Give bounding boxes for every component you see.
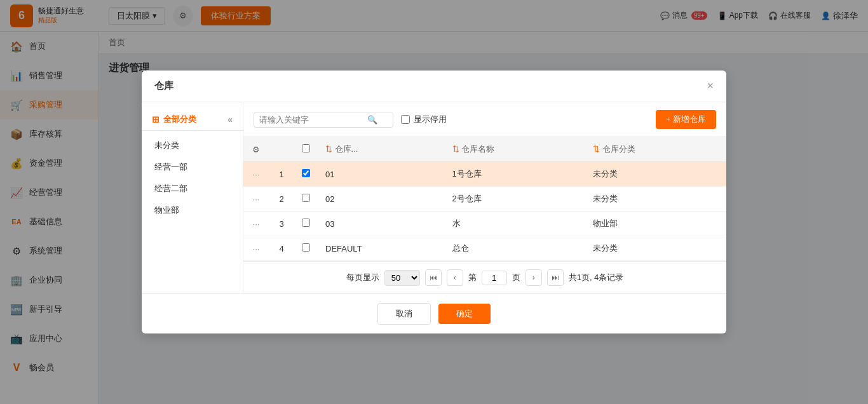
modal-footer: 取消 确定 (142, 293, 726, 333)
select-all-checkbox[interactable] (302, 144, 310, 152)
row-code: 03 (318, 212, 445, 236)
category-item-uncat[interactable]: 未分类 (142, 135, 243, 156)
warehouse-modal: 仓库 × ⊞ 全部分类 « 未分类 经营一部 经营二部 物业部 (142, 71, 726, 333)
modal-pagination: 每页显示 20 50 100 ⏮ ‹ 第 页 › ⏭ 共1页, 4条记录 (243, 261, 726, 293)
row-name: 1号仓库 (445, 162, 586, 187)
row-checkbox[interactable] (294, 212, 318, 236)
modal-title: 仓库 (154, 80, 173, 92)
row-name: 总仓 (445, 236, 586, 261)
action-dots-icon[interactable]: ··· (253, 219, 260, 229)
row-action[interactable]: ··· (243, 187, 269, 212)
sort-icon: ⇅ (325, 144, 332, 154)
search-icon[interactable]: 🔍 (367, 115, 377, 125)
table-row[interactable]: ··· 4 DEFAULT 总仓 未分类 (243, 236, 726, 261)
add-warehouse-button[interactable]: + 新增仓库 (656, 110, 716, 129)
sort-icon: ⇅ (452, 144, 459, 154)
show-disabled-label: 显示停用 (414, 114, 447, 125)
th-code: ⇅ 仓库... (318, 137, 445, 162)
category-sidebar: ⊞ 全部分类 « 未分类 经营一部 经营二部 物业部 (142, 102, 243, 293)
show-disabled-checkbox[interactable] (401, 115, 410, 124)
row-code: DEFAULT (318, 236, 445, 261)
th-check (294, 137, 318, 162)
cancel-button[interactable]: 取消 (377, 303, 431, 325)
per-page-select[interactable]: 20 50 100 (384, 270, 420, 286)
row-select-checkbox[interactable] (302, 219, 310, 227)
search-input[interactable] (259, 115, 367, 125)
per-page-label: 每页显示 (346, 272, 379, 283)
row-code: 02 (318, 187, 445, 212)
page-number-input[interactable] (482, 271, 507, 285)
row-category: 未分类 (585, 187, 726, 212)
action-dots-icon[interactable]: ··· (253, 170, 260, 179)
row-category: 物业部 (585, 212, 726, 236)
prev-page-button[interactable]: ‹ (447, 269, 463, 286)
table-header-row: ⚙ ⇅ 仓库... ⇅ (243, 137, 726, 162)
modal-main: 🔍 显示停用 + 新增仓库 ⚙ (243, 102, 726, 293)
row-select-checkbox[interactable] (302, 243, 310, 252)
row-action[interactable]: ··· (243, 162, 269, 187)
next-page-button[interactable]: › (526, 269, 542, 286)
modal-header: 仓库 × (142, 71, 726, 102)
action-dots-icon[interactable]: ··· (253, 244, 260, 253)
row-num: 4 (269, 236, 294, 261)
row-checkbox[interactable] (294, 236, 318, 261)
row-num: 1 (269, 162, 294, 187)
table-row[interactable]: ··· 1 01 1号仓库 未分类 (243, 162, 726, 187)
category-item-dept1[interactable]: 经营一部 (142, 156, 243, 178)
row-select-checkbox[interactable] (302, 194, 310, 202)
grid-icon: ⊞ (152, 114, 159, 125)
warehouse-table: ⚙ ⇅ 仓库... ⇅ (243, 137, 726, 261)
th-num (269, 137, 294, 162)
row-name: 2号仓库 (445, 187, 586, 212)
modal-overlay[interactable]: 仓库 × ⊞ 全部分类 « 未分类 经营一部 经营二部 物业部 (0, 0, 868, 404)
sort-icon: ⇅ (593, 144, 600, 154)
modal-body: ⊞ 全部分类 « 未分类 经营一部 经营二部 物业部 🔍 (142, 102, 726, 293)
search-input-wrap: 🔍 (254, 112, 393, 128)
row-checkbox[interactable] (294, 187, 318, 212)
th-category: ⇅ 仓库分类 (585, 137, 726, 162)
show-disabled-wrap: 显示停用 (401, 114, 447, 125)
row-num: 3 (269, 212, 294, 236)
table-row[interactable]: ··· 2 02 2号仓库 未分类 (243, 187, 726, 212)
modal-table: ⚙ ⇅ 仓库... ⇅ (243, 137, 726, 261)
category-all-label: 全部分类 (163, 114, 196, 125)
confirm-button[interactable]: 确定 (438, 304, 491, 324)
total-info: 共1页, 4条记录 (569, 272, 624, 283)
modal-close-button[interactable]: × (707, 79, 714, 93)
row-category: 未分类 (585, 236, 726, 261)
table-row[interactable]: ··· 3 03 水 物业部 (243, 212, 726, 236)
row-checkbox[interactable] (294, 162, 318, 187)
row-name: 水 (445, 212, 586, 236)
row-select-checkbox[interactable] (302, 169, 310, 177)
collapse-icon[interactable]: « (227, 114, 233, 125)
row-num: 2 (269, 187, 294, 212)
page-unit: 页 (512, 272, 520, 283)
category-item-dept2[interactable]: 经营二部 (142, 178, 243, 199)
row-category: 未分类 (585, 162, 726, 187)
last-page-button[interactable]: ⏭ (547, 269, 564, 286)
action-dots-icon[interactable]: ··· (253, 194, 260, 204)
row-action[interactable]: ··· (243, 236, 269, 261)
modal-search-bar: 🔍 显示停用 + 新增仓库 (243, 102, 726, 137)
first-page-button[interactable]: ⏮ (425, 269, 442, 286)
row-action[interactable]: ··· (243, 212, 269, 236)
category-item-property[interactable]: 物业部 (142, 199, 243, 221)
page-label: 第 (468, 272, 477, 283)
th-settings[interactable]: ⚙ (243, 137, 269, 162)
th-name: ⇅ 仓库名称 (445, 137, 586, 162)
category-all-header[interactable]: ⊞ 全部分类 « (142, 109, 243, 131)
row-code: 01 (318, 162, 445, 187)
